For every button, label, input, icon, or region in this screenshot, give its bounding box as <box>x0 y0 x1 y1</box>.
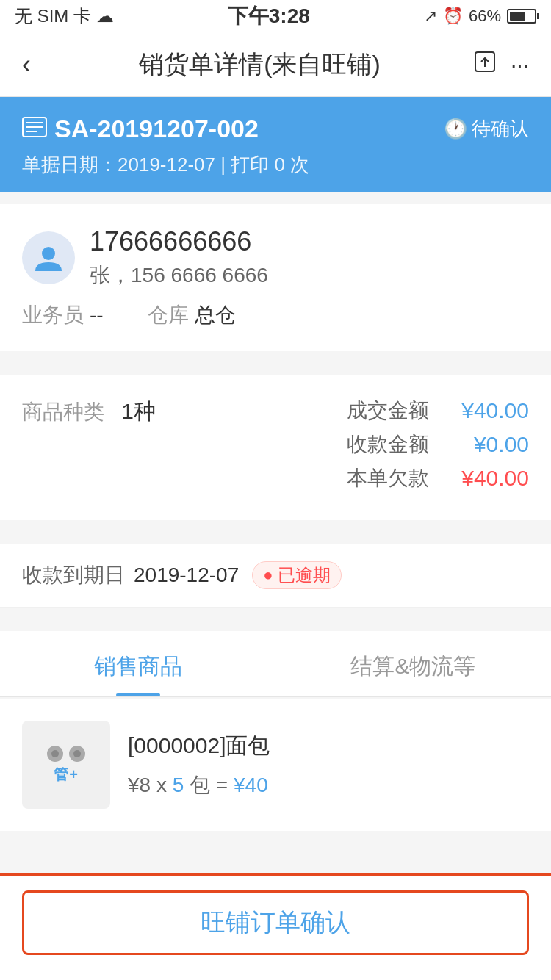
status-time: 下午3:28 <box>228 2 310 30</box>
warehouse-value: 总仓 <box>195 301 236 329</box>
separator-1 <box>0 351 551 363</box>
more-button[interactable]: ··· <box>511 52 529 77</box>
clock-icon: 🕐 <box>444 118 467 140</box>
share-button[interactable] <box>474 51 496 78</box>
summary-right: 成交金额 ¥40.00 收款金额 ¥0.00 本单欠款 ¥40.00 <box>347 397 529 498</box>
deal-amount-value: ¥40.00 <box>441 398 529 423</box>
due-label: 收款到期日 <box>22 561 125 589</box>
battery-icon <box>507 9 536 24</box>
separator-3 <box>0 608 551 619</box>
product-thumbnail: 管+ <box>22 721 110 809</box>
owed-amount-label: 本单欠款 <box>347 464 429 492</box>
warning-icon: ● <box>263 566 273 585</box>
order-icon <box>22 115 47 143</box>
product-item: 管+ [0000002]面包 ¥8 x 5 包 = ¥40 <box>0 699 551 832</box>
product-total: ¥40 <box>234 774 268 796</box>
product-calc: ¥8 x 5 包 = ¥40 <box>128 771 529 799</box>
owed-amount-value: ¥40.00 <box>441 466 529 491</box>
product-name: [0000002]面包 <box>128 731 529 761</box>
svg-point-6 <box>42 247 55 260</box>
product-types-label: 商品种类 <box>22 400 104 423</box>
sim-label: 无 SIM 卡 ☁ <box>15 4 114 28</box>
product-thumb-label: 管+ <box>54 765 79 785</box>
nav-bar: ‹ 销货单详情(来自旺铺) ··· <box>0 32 551 97</box>
status-left: 无 SIM 卡 ☁ <box>15 4 114 28</box>
status-bar: 无 SIM 卡 ☁ 下午3:28 ↗ ⏰ 66% <box>0 0 551 32</box>
warehouse-label: 仓库 <box>148 301 189 329</box>
customer-avatar <box>22 231 75 284</box>
order-status: 🕐 待确认 <box>444 116 529 142</box>
page-title: 销货单详情(来自旺铺) <box>46 48 474 82</box>
product-types-value: 1种 <box>121 399 156 423</box>
confirm-order-button[interactable]: 旺铺订单确认 <box>22 890 529 955</box>
status-right: ↗ ⏰ 66% <box>424 7 536 26</box>
customer-section: 17666666666 张，156 6666 6666 业务员 -- 仓库 总仓 <box>0 204 551 351</box>
salesperson-label: 业务员 <box>22 301 84 329</box>
order-header: SA-20191207-002 🕐 待确认 单据日期：2019-12-07 | … <box>0 97 551 192</box>
alarm-icon: ⏰ <box>443 7 463 26</box>
tabs-section: 销售商品 结算&物流等 <box>0 631 551 697</box>
customer-name: 张，156 6666 6666 <box>90 262 268 289</box>
bottom-bar: 旺铺订单确认 <box>0 873 551 980</box>
battery-percent: 66% <box>469 7 501 26</box>
collected-amount-label: 收款金额 <box>347 430 429 458</box>
order-date: 单据日期：2019-12-07 | 打印 0 次 <box>22 152 529 178</box>
customer-meta: 业务员 -- 仓库 总仓 <box>22 301 529 329</box>
order-id: SA-20191207-002 <box>22 115 259 143</box>
deal-amount-label: 成交金额 <box>347 397 429 425</box>
product-section: 管+ [0000002]面包 ¥8 x 5 包 = ¥40 <box>0 699 551 832</box>
location-icon: ↗ <box>424 7 437 26</box>
collected-amount-value: ¥0.00 <box>441 432 529 457</box>
summary-section: 商品种类 1种 成交金额 ¥40.00 收款金额 ¥0.00 本单欠款 ¥40.… <box>0 375 551 520</box>
overdue-badge: ● 已逾期 <box>252 561 341 589</box>
due-date-section: 收款到期日 2019-12-07 ● 已逾期 <box>0 544 551 608</box>
back-button[interactable]: ‹ <box>22 51 46 78</box>
product-unit: 包 <box>190 774 210 796</box>
overdue-label: 已逾期 <box>278 563 331 587</box>
customer-phone: 17666666666 <box>90 226 268 257</box>
calc-x: x <box>156 774 173 796</box>
product-qty: 5 <box>173 774 184 796</box>
tab-settlement[interactable]: 结算&物流等 <box>276 631 551 696</box>
tab-sales-goods[interactable]: 销售商品 <box>0 631 276 696</box>
nav-actions: ··· <box>474 51 529 78</box>
separator-2 <box>0 520 551 532</box>
salesperson-value: -- <box>90 303 104 327</box>
due-date-value: 2019-12-07 <box>134 563 239 587</box>
product-price: ¥8 <box>128 774 151 796</box>
calc-eq: = <box>216 774 234 796</box>
product-info: [0000002]面包 ¥8 x 5 包 = ¥40 <box>128 731 529 799</box>
